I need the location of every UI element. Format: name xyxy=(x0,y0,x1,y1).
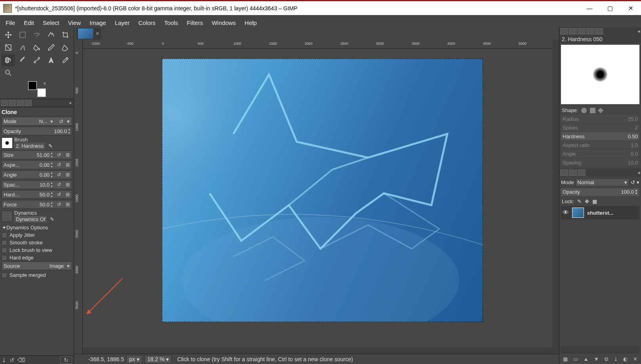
vertical-scrollbar[interactable] xyxy=(553,40,559,354)
menu-layer[interactable]: Layer xyxy=(111,19,134,27)
tab-history-icon[interactable] xyxy=(17,100,24,106)
rect-select-tool[interactable] xyxy=(16,29,29,41)
opacity-field[interactable]: Opacity 100.0 ▲▼ xyxy=(2,127,72,135)
delete-options-icon[interactable]: ⌫ xyxy=(17,357,25,363)
tab-menu-icon[interactable]: ◂ xyxy=(637,170,640,176)
layer-opacity-field[interactable]: Opacity 100.0 ▲▼ xyxy=(561,188,639,196)
warp-tool[interactable] xyxy=(16,42,29,53)
fg-bg-colors[interactable]: ⤭ xyxy=(28,81,46,97)
pencil-tool[interactable] xyxy=(44,42,58,53)
bucket-tool[interactable] xyxy=(30,42,44,53)
tab-paths-icon[interactable] xyxy=(578,170,586,176)
clone-tool[interactable] xyxy=(2,54,15,66)
smooth-stroke-check[interactable]: Smooth stroke xyxy=(2,239,72,246)
menu-tools[interactable]: Tools xyxy=(160,19,182,27)
text-tool[interactable] xyxy=(44,54,58,66)
shape-circle-icon[interactable] xyxy=(581,108,587,113)
save-options-icon[interactable]: ⤓ xyxy=(2,357,6,363)
free-select-tool[interactable] xyxy=(30,29,44,41)
lower-layer-icon[interactable]: ▼ xyxy=(594,356,599,362)
zoom-select[interactable]: 18.2 %▾ xyxy=(145,355,172,363)
hard-edge-check[interactable]: Hard edge xyxy=(2,254,72,261)
apply-jitter-check[interactable]: Apply Jitter xyxy=(2,231,72,239)
sample-merged-check[interactable]: Sample merged xyxy=(2,271,72,279)
merge-layer-icon[interactable]: ⤓ xyxy=(614,356,618,362)
menu-image[interactable]: Image xyxy=(86,19,110,27)
brush-radius-slider[interactable]: Radius25.0 xyxy=(561,115,639,123)
tab-menu-icon[interactable]: ◂ xyxy=(67,100,73,106)
eraser-tool[interactable] xyxy=(59,42,72,53)
hardn-field[interactable]: Hardn...50.0▲▼↺⊞ xyxy=(2,190,72,199)
lock-position-icon[interactable]: ✥ xyxy=(585,198,589,204)
brush-hardness-slider[interactable]: Hardness0.50 xyxy=(561,132,639,140)
shape-diamond-icon[interactable] xyxy=(598,107,603,113)
transform-tool[interactable] xyxy=(2,42,15,53)
size-field[interactable]: Size51.00▲▼↺⊞ xyxy=(2,151,72,159)
duplicate-layer-icon[interactable]: ⧉ xyxy=(605,356,608,362)
image-tab-close-icon[interactable]: ✕ xyxy=(95,31,99,36)
menu-windows[interactable]: Windows xyxy=(208,19,240,27)
tab-fonts-icon[interactable] xyxy=(578,28,586,34)
source-select[interactable]: Source Image ▾ xyxy=(2,261,72,270)
tab-history-icon[interactable] xyxy=(586,28,594,34)
tab-tool-options-icon[interactable] xyxy=(1,100,8,106)
layer-mode-switch-icon[interactable]: ↺ xyxy=(631,179,635,185)
layer-item[interactable]: 👁 shutterst... xyxy=(561,206,639,219)
tab-patterns-icon[interactable] xyxy=(569,28,577,34)
tab-device-icon[interactable] xyxy=(9,100,16,106)
dynamics-preview[interactable] xyxy=(2,211,13,222)
brush-aspect-ratio-slider[interactable]: Aspect ratio1.0 xyxy=(561,141,639,149)
path-tool[interactable] xyxy=(30,54,44,66)
brush-preview[interactable] xyxy=(2,137,13,149)
angle-field[interactable]: Angle0.00▲▼↺⊞ xyxy=(2,170,72,179)
move-tool[interactable] xyxy=(2,29,15,41)
new-layer-icon[interactable]: ▦ xyxy=(563,356,568,362)
fuzzy-select-tool[interactable] xyxy=(44,29,58,41)
canvas[interactable] xyxy=(83,49,553,347)
menu-help[interactable]: Help xyxy=(240,19,261,27)
brush-name[interactable]: 2. Hardness xyxy=(14,143,45,149)
maximize-button[interactable]: ▢ xyxy=(600,1,620,15)
close-button[interactable]: ✕ xyxy=(620,1,641,15)
menu-edit[interactable]: Edit xyxy=(20,19,38,27)
layer-mode-select[interactable]: Normal▾ xyxy=(576,178,629,187)
tab-channels-icon[interactable] xyxy=(569,170,577,176)
menu-select[interactable]: Select xyxy=(39,19,63,27)
minimize-button[interactable]: — xyxy=(579,1,600,15)
raise-layer-icon[interactable]: ▲ xyxy=(583,356,588,362)
crop-tool[interactable] xyxy=(59,29,72,41)
force-field[interactable]: Force50.0▲▼↺⊞ xyxy=(2,200,72,209)
horizontal-scrollbar[interactable] xyxy=(83,347,553,354)
mask-layer-icon[interactable]: ◐ xyxy=(623,356,628,362)
dynamics-name[interactable]: Dynamics Of xyxy=(14,216,47,223)
spac-field[interactable]: Spac...10.0▲▼↺⊞ xyxy=(2,180,72,189)
menu-filters[interactable]: Filters xyxy=(183,19,207,27)
dynamics-options-expander[interactable]: ✦Dynamics Options xyxy=(2,224,72,231)
tab-editor-icon[interactable] xyxy=(595,28,603,34)
smudge-tool[interactable] xyxy=(16,54,29,66)
new-group-icon[interactable]: ▭ xyxy=(573,356,578,362)
brush-spacing-slider[interactable]: Spacing10.0 xyxy=(561,158,639,166)
layer-visibility-icon[interactable]: 👁 xyxy=(563,209,569,216)
zoom-tool[interactable] xyxy=(2,67,15,79)
image-tab[interactable]: ✕ xyxy=(76,28,101,40)
dynamics-edit-icon[interactable]: ✎ xyxy=(50,216,54,222)
reset-options-icon[interactable]: ↻ xyxy=(60,356,72,364)
tab-menu-icon[interactable]: ◂ xyxy=(637,28,640,34)
shape-square-icon[interactable] xyxy=(590,108,595,113)
unit-select[interactable]: px▾ xyxy=(126,355,142,363)
menu-file[interactable]: File xyxy=(2,19,19,27)
lock-alpha-icon[interactable]: ▦ xyxy=(592,198,597,204)
tab-layers-icon[interactable] xyxy=(560,170,568,176)
restore-options-icon[interactable]: ↺ xyxy=(10,357,14,363)
mode-select[interactable]: Mode N... ▾ ↺ ▾ xyxy=(2,117,72,126)
tab-images-icon[interactable] xyxy=(25,100,32,106)
lock-brush-to-view-check[interactable]: Lock brush to view xyxy=(2,246,72,254)
layer-nav-preview[interactable] xyxy=(561,346,639,354)
brush-spikes-slider[interactable]: Spikes2 xyxy=(561,124,639,131)
layer-name[interactable]: shutterst... xyxy=(587,210,613,216)
aspe-field[interactable]: Aspe...0.00▲▼↺⊞ xyxy=(2,160,72,169)
brush-angle-slider[interactable]: Angle0.0 xyxy=(561,150,639,158)
tab-brushes-icon[interactable] xyxy=(560,28,568,34)
lock-pixels-icon[interactable]: ✎ xyxy=(577,198,582,204)
